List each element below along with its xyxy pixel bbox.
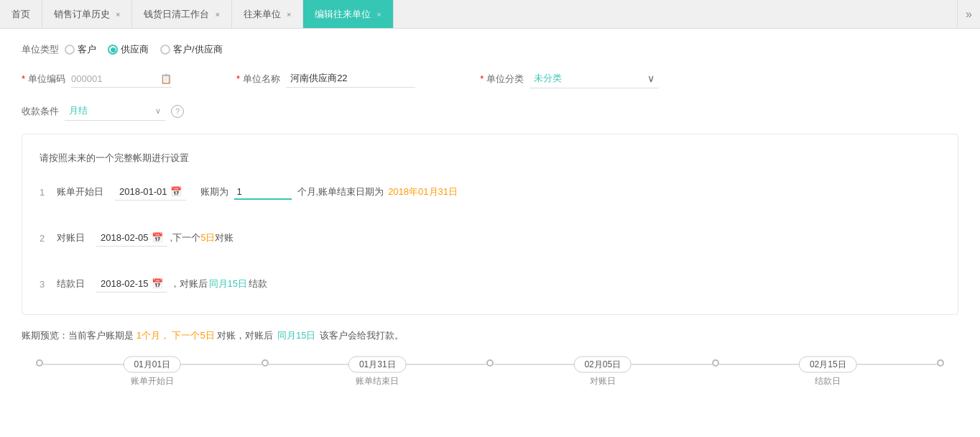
tl-dot-0 <box>36 359 43 367</box>
tab-cash-work-label: 钱货日清工作台 <box>144 8 209 21</box>
tl-tag-2: 02月05日 <box>573 356 632 373</box>
preview-section: 账期预览：当前客户账期是 1个月， 下一个5日 对账，对账后 同月15日 该客户… <box>22 329 958 342</box>
row-2-label: 对账日 <box>57 231 85 244</box>
row-3-calendar-icon[interactable]: 📅 <box>152 278 163 289</box>
settings-section: 请按照未来的一个完整帐期进行设置 1 账单开始日 2018-01-01 📅 账期… <box>22 134 958 315</box>
unit-name-field <box>286 70 415 88</box>
row-1-label: 账单开始日 <box>57 185 103 198</box>
unit-name-input[interactable] <box>286 70 415 88</box>
payment-terms-arrow: ∨ <box>155 106 161 116</box>
tab-edit-partner-close[interactable]: × <box>376 10 381 19</box>
setting-row-2: 2 对账日 2018-02-05 📅 ,下一个 5日 对账 <box>40 225 940 251</box>
unit-cat-label: 单位分类 <box>486 73 524 86</box>
unit-code-label: 单位编码 <box>28 73 65 86</box>
category-dropdown-arrow: ∨ <box>647 73 655 84</box>
row-2-suffix-post: 对账 <box>215 231 234 244</box>
preview-prefix: 账期预览：当前客户账期是 <box>22 330 134 341</box>
setting-row-3: 3 结款日 2018-02-15 📅 ，对账后 同月15日 结款 <box>40 271 940 297</box>
unit-code-star: * <box>22 73 25 84</box>
tl-tag-0: 01月01日 <box>123 356 181 373</box>
tl-dot-2 <box>486 359 494 367</box>
row-1-number: 1 <box>40 187 57 198</box>
tl-segment-3: 02月05日 <box>494 364 712 365</box>
tl-label-1: 账单结束日 <box>356 376 399 386</box>
row-1-period-end: 2018年01月31日 <box>388 185 458 198</box>
tab-sales-history-close[interactable]: × <box>116 10 120 19</box>
expand-icon: » <box>966 8 972 21</box>
unit-cat-star: * <box>480 73 484 84</box>
row-3-number: 3 <box>40 279 57 290</box>
tl-label-2: 对账日 <box>590 376 616 386</box>
row-1-date: 2018-01-01 <box>119 186 167 197</box>
unit-info-row: * 单位编码 📋 * 单位名称 * 单位分类 未分类 ∨ <box>22 69 958 88</box>
row-2-highlight: 5日 <box>200 231 215 244</box>
preview-connector2: 对账，对账后 <box>217 330 273 341</box>
tl-segment-4: 02月15日 <box>719 364 938 365</box>
unit-type-row: 单位类型 客户 供应商 客户/供应商 <box>22 43 958 56</box>
radio-supplier-circle <box>108 45 118 55</box>
tl-segment-2: 01月31日 <box>269 364 487 365</box>
radio-supplier[interactable]: 供应商 <box>108 43 149 56</box>
radio-customer-circle <box>65 45 75 55</box>
tabs-bar: 首页 销售订单历史 × 钱货日清工作台 × 往来单位 × 编辑往来单位 × » <box>0 0 980 29</box>
row-3-date-field: 2018-02-15 📅 <box>96 275 167 293</box>
timeline-track: 01月01日 01月31日 02月05日 02月15日 <box>22 359 958 369</box>
unit-category-value: 未分类 <box>534 72 647 85</box>
tab-partner-label: 往来单位 <box>244 8 281 21</box>
unit-name-star: * <box>236 73 240 84</box>
radio-customer-label: 客户 <box>78 43 96 56</box>
preview-connector3: 同月15日 <box>277 330 315 341</box>
setting-row-1: 1 账单开始日 2018-01-01 📅 账期为 个月,账单结束日期为 2018… <box>40 179 940 205</box>
radio-both[interactable]: 客户/供应商 <box>160 43 223 56</box>
row-1-calendar-icon[interactable]: 📅 <box>170 186 182 197</box>
tl-label-1-wrap: 账单结束日 <box>269 375 487 387</box>
row-2-calendar-icon[interactable]: 📅 <box>152 232 163 243</box>
row-3-highlight: 同月15日 <box>209 277 247 290</box>
tab-home-label: 首页 <box>11 8 30 21</box>
payment-terms-label: 收款条件 <box>22 105 59 118</box>
radio-both-circle <box>160 45 170 55</box>
row-2-suffix-pre: ,下一个 <box>170 231 201 244</box>
row-2-date-field: 2018-02-05 📅 <box>96 229 167 247</box>
tl-dot-1 <box>262 359 269 367</box>
unit-type-radio-group: 客户 供应商 客户/供应商 <box>65 43 223 56</box>
copy-icon[interactable]: 📋 <box>160 73 172 84</box>
unit-category-dropdown[interactable]: 未分类 ∨ <box>530 69 659 88</box>
unit-code-input[interactable] <box>71 73 157 84</box>
tl-label-3: 结款日 <box>815 376 841 386</box>
tl-label-0: 账单开始日 <box>131 376 174 386</box>
row-3-date: 2018-02-15 <box>101 278 149 289</box>
main-content: 单位类型 客户 供应商 客户/供应商 * 单位编码 📋 * 单位名称 <box>0 29 980 437</box>
tab-sales-history-label: 销售订单历史 <box>54 8 110 21</box>
tab-home[interactable]: 首页 <box>0 0 42 28</box>
period-input[interactable] <box>234 185 292 200</box>
unit-type-label: 单位类型 <box>22 43 59 56</box>
unit-name-label: 单位名称 <box>243 73 280 86</box>
row-3-label: 结款日 <box>57 277 85 290</box>
tl-dot-4 <box>937 359 944 367</box>
payment-terms-dropdown[interactable]: 月结 ∨ <box>65 101 165 121</box>
tl-label-0-wrap: 账单开始日 <box>43 375 262 387</box>
tab-partner[interactable]: 往来单位 × <box>232 0 303 28</box>
tl-dot-3 <box>712 359 719 367</box>
help-icon[interactable]: ? <box>171 105 184 118</box>
tabs-expand-button[interactable]: » <box>957 0 980 28</box>
radio-customer[interactable]: 客户 <box>65 43 96 56</box>
tab-partner-close[interactable]: × <box>287 10 291 19</box>
tab-cash-work-close[interactable]: × <box>215 10 219 19</box>
tab-cash-work[interactable]: 钱货日清工作台 × <box>132 0 231 28</box>
row-2-date: 2018-02-05 <box>101 232 149 243</box>
row-1-period-label: 账期为 <box>200 185 228 198</box>
tab-sales-history[interactable]: 销售订单历史 × <box>42 0 132 28</box>
payment-terms-row: 收款条件 月结 ∨ ? <box>22 101 958 121</box>
tl-segment-1: 01月01日 <box>43 364 262 365</box>
tl-label-3-wrap: 结款日 <box>719 375 938 387</box>
row-3-suffix-post: 结款 <box>249 277 267 290</box>
radio-both-label: 客户/供应商 <box>173 43 223 56</box>
preview-suffix: 该客户会给我打款。 <box>320 330 404 341</box>
unit-code-field: 📋 <box>71 70 172 88</box>
row-1-period-unit: 个月,账单结束日期为 <box>297 185 384 198</box>
preview-connector1: 下一个5日 <box>172 330 214 341</box>
section-instruction: 请按照未来的一个完整帐期进行设置 <box>40 152 940 165</box>
tab-edit-partner[interactable]: 编辑往来单位 × <box>303 0 393 28</box>
